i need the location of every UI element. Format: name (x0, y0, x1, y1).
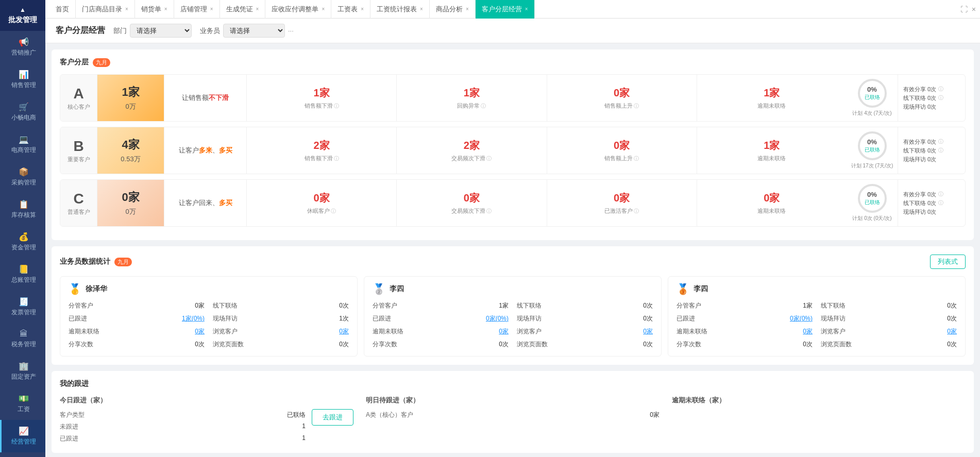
sp1-medal: 🥇 (69, 283, 81, 295)
tab-payroll-report-close[interactable]: × (420, 6, 423, 12)
sp1-stat-browse-cust: 浏览客户 0家 (213, 326, 349, 337)
sidebar-item-invoice[interactable]: 🧾 发票管理 (0, 291, 45, 323)
tab-voucher[interactable]: 生成凭证 × (220, 0, 266, 19)
tab-sales-order-close[interactable]: × (164, 6, 167, 12)
dept-select[interactable]: 请选择 (130, 24, 192, 38)
person-label: 业务员 (200, 26, 220, 36)
sp1-stat-visit: 现场拜访 1次 (213, 313, 349, 324)
tab-ar-ap-close[interactable]: × (322, 6, 325, 12)
tomorrow-row-a: A类（核心）客户 0家 (366, 409, 660, 421)
btn-goto-followup[interactable]: 去跟进 (312, 409, 353, 426)
salesperson-card-3: 🥉 李四 分管客户 1家 线下联络 0次 已跟进 (668, 276, 966, 357)
tier-b-stats: 2家 销售额下滑 ⓘ 2家 交易频次下滑 ⓘ 0家 销售额上升 ⓘ 1家 逾期未… (247, 127, 847, 174)
tier-a-stat-1[interactable]: 1家 销售额下滑 ⓘ (247, 75, 397, 121)
tab-payroll-report[interactable]: 工资统计报表 × (370, 0, 430, 19)
salesperson-section-title: 业务员数据统计 (60, 257, 110, 266)
purchase-icon: 📦 (4, 167, 43, 177)
sp3-stats: 分管客户 1家 线下联络 0次 已跟进 0家(0%) 现场拜访 (677, 300, 957, 350)
tier-b-stat-3[interactable]: 0家 销售额上升 ⓘ (547, 127, 697, 174)
tier-a-stat-2[interactable]: 1家 回购异常 ⓘ (397, 75, 547, 121)
tier-b-progress-circle: 0% 已联络 (858, 131, 887, 160)
tab-voucher-close[interactable]: × (256, 6, 259, 12)
tier-b-stat-2[interactable]: 2家 交易频次下滑 ⓘ (397, 127, 547, 174)
tier-c-circle: 0% 已联络 计划 0次 (0天/次) (847, 180, 898, 226)
salesperson-month-badge: 九月 (114, 258, 132, 266)
payroll-icon: 💵 (4, 394, 43, 403)
today-stats: 客户类型 已联络 未跟进 1 已跟进 1 (60, 409, 306, 445)
tab-home[interactable]: 首页 (49, 0, 76, 19)
finance-icon: 💰 (4, 232, 43, 242)
person-select[interactable]: 请选择 (223, 24, 285, 38)
sp2-stat-share: 分享次数 0次 (373, 339, 509, 350)
tab-payroll-close[interactable]: × (361, 6, 364, 12)
assets-icon: 🏢 (4, 361, 43, 371)
tier-b-stat-1[interactable]: 2家 销售额下滑 ⓘ (247, 127, 397, 174)
tomorrow-followup: 明日待跟进（家） A类（核心）客户 0家 (366, 396, 660, 421)
more-icon[interactable]: ··· (288, 27, 294, 35)
tab-maximize-icon[interactable]: ⛶ (960, 5, 968, 13)
sp2-name: 李四 (390, 284, 404, 294)
tab-bar: 首页 门店商品目录 × 销货单 × 店铺管理 × 生成凭证 × 应收应付调整单 … (45, 0, 980, 19)
tier-a-stat-4[interactable]: 1家 逾期未联络 (697, 75, 847, 121)
tier-a-stat-3[interactable]: 0家 销售额上升 ⓘ (547, 75, 697, 121)
tab-customer-tier[interactable]: 客户分层经营 × (476, 0, 535, 19)
today-row-type: 客户类型 已联络 (60, 409, 306, 421)
tab-sales-order[interactable]: 销货单 × (135, 0, 174, 19)
tab-payroll[interactable]: 工资表 × (331, 0, 370, 19)
tab-store-products-close[interactable]: × (125, 6, 128, 12)
tab-product-analysis-close[interactable]: × (466, 6, 469, 12)
sidebar-item-finance[interactable]: 💰 资金管理 (0, 226, 45, 258)
tax-icon: 🏛 (4, 329, 43, 338)
tab-store-mgmt-close[interactable]: × (210, 6, 213, 12)
sidebar-item-management[interactable]: 📈 经营管理 (0, 420, 45, 452)
sp3-name: 李四 (694, 284, 708, 294)
today-followup: 今日跟进（家） 客户类型 已联络 未跟进 1 (60, 396, 353, 445)
sidebar-item-ledger[interactable]: 📒 总账管理 (0, 258, 45, 291)
tab-product-analysis[interactable]: 商品分析 × (430, 0, 476, 19)
sidebar-item-ecommerce[interactable]: 💻 电商管理 (0, 128, 45, 161)
tab-ar-ap[interactable]: 应收应付调整单 × (265, 0, 331, 19)
sidebar-item-ecommerce-small[interactable]: 🛒 小畅电商 (0, 96, 45, 128)
sp2-stat-offline: 线下联络 0次 (517, 300, 653, 311)
sp3-stat-followed: 已跟进 0家(0%) (677, 313, 813, 324)
sidebar-logo[interactable]: ▲ 批发管理 (0, 0, 45, 31)
sp3-medal: 🥉 (677, 283, 689, 295)
tier-b-stat-4[interactable]: 1家 逾期未联络 (697, 127, 847, 174)
sidebar-item-sales[interactable]: 📊 销售管理 (0, 63, 45, 96)
sidebar-item-inventory[interactable]: 📋 库存核算 (0, 193, 45, 226)
tier-c-stat-2[interactable]: 0家 交易频次下滑 ⓘ (397, 180, 547, 226)
sidebar-item-assets[interactable]: 🏢 固定资产 (0, 355, 45, 387)
tab-store-mgmt[interactable]: 店铺管理 × (174, 0, 220, 19)
sidebar-item-tax[interactable]: 🏛 税务管理 (0, 323, 45, 355)
tier-c-stat-1[interactable]: 0家 休眠客户 ⓘ (247, 180, 397, 226)
sidebar-item-marketing[interactable]: 📢 营销推广 (0, 31, 45, 63)
sp1-header: 🥇 徐泽华 (69, 283, 349, 295)
sidebar-item-purchase[interactable]: 📦 采购管理 (0, 161, 45, 193)
tab-close-all-icon[interactable]: × (972, 5, 976, 13)
sp1-stat-overdue: 逾期未联络 0家 (69, 326, 205, 337)
tier-c-stat-3[interactable]: 0家 已激活客户 ⓘ (547, 180, 697, 226)
tier-a-right-stats: 有效分享 0次 ⓘ 线下联络 0次 ⓘ 现场拜访 0次 (898, 75, 965, 121)
marketing-icon: 📢 (4, 37, 43, 47)
tier-c-stat-4[interactable]: 0家 逾期未联络 (697, 180, 847, 226)
btn-list-view[interactable]: 列表式 (930, 255, 966, 269)
salesperson-section: 业务员数据统计 九月 列表式 🥇 徐泽华 分管客户 0家 (52, 246, 974, 365)
person-field: 业务员 请选择 ··· (200, 24, 294, 38)
tab-ar-ap-label: 应收应付调整单 (272, 5, 318, 14)
sp3-stat-managed: 分管客户 1家 (677, 300, 813, 311)
sp2-stat-browse-page: 浏览页面数 0次 (517, 339, 653, 350)
sp1-stat-managed: 分管客户 0家 (69, 300, 205, 311)
tab-home-label: 首页 (56, 5, 69, 14)
customer-section: 客户分层 九月 A 核心客户 1家 0万 让销售额不下滑 1家 (52, 49, 974, 240)
page-title: 客户分层经营 (56, 25, 105, 36)
sidebar-item-basic[interactable]: 🗂 基础信息 (0, 452, 45, 457)
tab-customer-tier-close[interactable]: × (525, 6, 528, 12)
sp2-stat-overdue: 逾期未联络 0家 (373, 326, 509, 337)
today-row-followed: 已跟进 1 (60, 433, 306, 445)
tier-row-b: B 重要客户 4家 0.53万 让客户多来、多买 2家 销售额下滑 ⓘ 2 (60, 127, 966, 174)
sp2-stat-visit: 现场拜访 0次 (517, 313, 653, 324)
tab-payroll-label: 工资表 (337, 5, 358, 14)
sidebar-item-payroll[interactable]: 💵 工资 (0, 387, 45, 420)
dept-field: 部门 请选择 (113, 24, 192, 38)
tab-store-products[interactable]: 门店商品目录 × (76, 0, 135, 19)
